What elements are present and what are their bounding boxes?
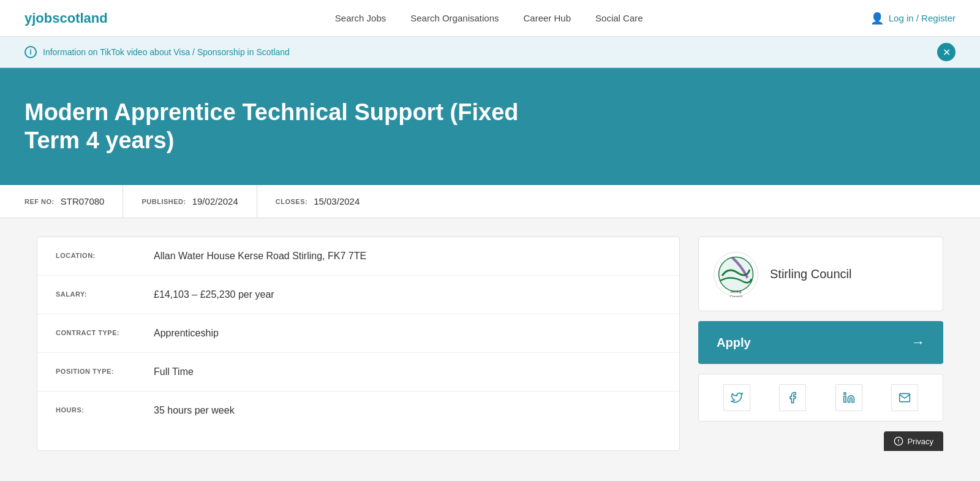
navbar: yjobscotland Search Jobs Search Organisa…	[0, 0, 980, 37]
position-value: Full Time	[154, 366, 194, 377]
ref-label: REF NO:	[24, 198, 55, 205]
hours-row: HOURS: 35 hours per week	[37, 392, 679, 430]
close-banner-button[interactable]: ✕	[937, 43, 956, 61]
apply-label: Apply	[717, 336, 751, 350]
svg-rect-4	[843, 396, 845, 403]
hours-value: 35 hours per week	[154, 405, 235, 416]
nav-search-orgs[interactable]: Search Organisations	[410, 13, 499, 23]
contract-value: Apprenticeship	[154, 328, 219, 339]
linkedin-share-button[interactable]	[835, 384, 862, 411]
ref-no-item: REF NO: STR07080	[24, 185, 123, 218]
contract-row: CONTRACT TYPE: Apprenticeship	[37, 314, 679, 353]
svg-point-5	[843, 393, 845, 395]
svg-text:Stirling: Stirling	[730, 290, 741, 294]
twitter-share-button[interactable]	[723, 384, 750, 411]
hours-label: HOURS:	[56, 405, 154, 414]
nav-search-jobs[interactable]: Search Jobs	[335, 13, 386, 23]
main-content: LOCATION: Allan Water House Kerse Road S…	[12, 218, 968, 469]
position-row: POSITION TYPE: Full Time	[37, 353, 679, 392]
logo-suffix: scotland	[52, 10, 107, 26]
published-item: PUBLISHED: 19/02/2024	[141, 185, 257, 218]
privacy-label: Privacy	[907, 437, 933, 446]
location-value: Allan Water House Kerse Road Stirling, F…	[154, 251, 366, 262]
closes-value: 15/03/2024	[314, 196, 360, 206]
info-icon: i	[24, 46, 37, 58]
closes-label: CLOSES:	[276, 198, 307, 205]
privacy-bar: Privacy	[884, 431, 943, 451]
auth-label: Log in / Register	[889, 13, 956, 23]
apply-button[interactable]: Apply →	[698, 321, 943, 364]
email-share-button[interactable]	[891, 384, 918, 411]
salary-row: SALARY: £14,103 – £25,230 per year	[37, 276, 679, 314]
employer-logo: Stirling Council	[711, 249, 760, 298]
user-icon: 👤	[870, 12, 884, 25]
position-label: POSITION TYPE:	[56, 366, 154, 375]
salary-label: SALARY:	[56, 289, 154, 298]
employer-name: Stirling Council	[770, 267, 851, 281]
auth-link[interactable]: 👤 Log in / Register	[870, 12, 956, 25]
job-title: Modern Apprentice Technical Support (Fix…	[24, 99, 576, 154]
closes-item: CLOSES: 15/03/2024	[276, 185, 378, 218]
meta-bar: REF NO: STR07080 PUBLISHED: 19/02/2024 C…	[0, 185, 980, 218]
location-label: LOCATION:	[56, 251, 154, 259]
facebook-share-button[interactable]	[779, 384, 806, 411]
ref-value: STR07080	[61, 196, 105, 206]
hero-section: Modern Apprentice Technical Support (Fix…	[0, 68, 980, 185]
info-banner: i Information on TikTok video about Visa…	[0, 37, 980, 68]
job-details-panel: LOCATION: Allan Water House Kerse Road S…	[37, 237, 680, 451]
location-row: LOCATION: Allan Water House Kerse Road S…	[37, 237, 679, 276]
contract-label: CONTRACT TYPE:	[56, 328, 154, 336]
employer-card: Stirling Council Stirling Council	[698, 237, 943, 311]
sidebar: Stirling Council Stirling Council Apply …	[698, 237, 943, 451]
logo-prefix: yjob	[24, 10, 52, 26]
info-banner-text: Information on TikTok video about Visa /…	[43, 47, 290, 57]
nav-links: Search Jobs Search Organisations Career …	[335, 13, 643, 24]
published-value: 19/02/2024	[192, 196, 238, 206]
logo[interactable]: yjobscotland	[24, 10, 108, 26]
apply-arrow-icon: →	[911, 335, 925, 350]
info-banner-content: i Information on TikTok video about Visa…	[24, 46, 290, 58]
nav-social-care[interactable]: Social Care	[595, 13, 643, 23]
salary-value: £14,103 – £25,230 per year	[154, 289, 274, 300]
published-label: PUBLISHED:	[141, 198, 186, 205]
svg-text:Council: Council	[729, 295, 742, 297]
social-share-panel	[698, 374, 943, 422]
nav-career-hub[interactable]: Career Hub	[524, 13, 571, 23]
